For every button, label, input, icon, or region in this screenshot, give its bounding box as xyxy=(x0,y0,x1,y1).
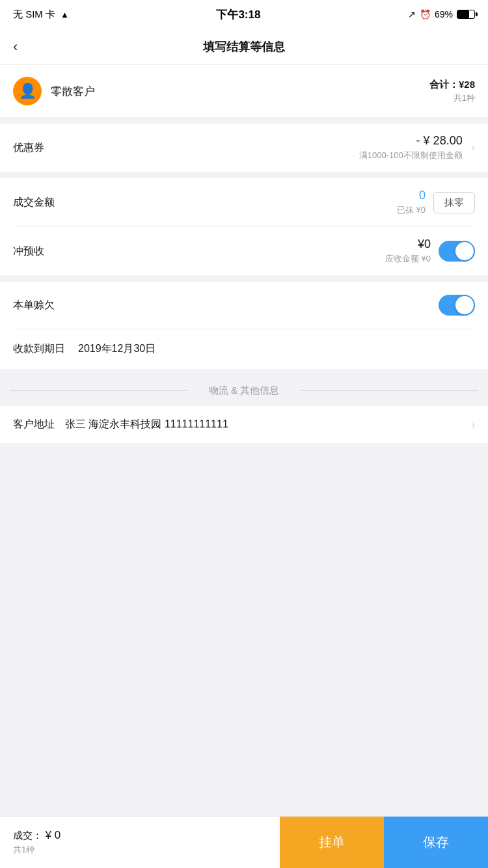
coupon-right: - ¥ 28.00 满1000-100不限制使用金额 › xyxy=(359,134,475,161)
status-left: 无 SIM 卡 ▲ xyxy=(13,8,69,21)
battery-percent: 69% xyxy=(435,9,453,20)
transaction-amount-block: 0 已抹 ¥0 xyxy=(397,189,426,216)
bottom-actions: 挂单 保存 xyxy=(280,817,488,868)
coupon-content: - ¥ 28.00 满1000-100不限制使用金额 xyxy=(359,134,463,161)
logistics-line-left xyxy=(10,390,188,391)
bottom-deal-amount: ¥ 0 xyxy=(45,829,61,841)
customer-row: 👤 零散客户 合计：¥28 共1种 xyxy=(0,65,488,117)
logistics-text: 物流 & 其他信息 xyxy=(209,385,279,397)
prepay-right: ¥0 应收金额 ¥0 xyxy=(385,237,475,265)
transaction-right: 0 已抹 ¥0 抹零 xyxy=(397,189,475,216)
bottom-bar: 成交： ¥ 0 共1种 挂单 保存 xyxy=(0,816,488,868)
toggle-knob xyxy=(455,242,474,260)
alarm-icon: ⏰ xyxy=(420,9,431,20)
time-display: 下午3:18 xyxy=(216,7,260,22)
logistics-header: 物流 & 其他信息 xyxy=(0,375,488,406)
address-label: 客户地址 xyxy=(13,418,65,431)
coupon-row[interactable]: 优惠券 - ¥ 28.00 满1000-100不限制使用金额 › xyxy=(0,124,488,172)
wifi-icon: ▲ xyxy=(61,10,69,20)
customer-left: 👤 零散客户 xyxy=(13,77,95,105)
debt-toggle-knob xyxy=(455,296,474,314)
total-sub: 共1种 xyxy=(429,92,475,104)
back-button[interactable]: ‹ xyxy=(13,38,18,55)
customer-section: 👤 零散客户 合计：¥28 共1种 xyxy=(0,65,488,117)
total-label: 合计：¥28 xyxy=(429,79,475,91)
bottom-deal-label: 成交： xyxy=(13,830,42,841)
location-icon: ↗ xyxy=(408,9,416,20)
save-button[interactable]: 保存 xyxy=(384,817,488,868)
debt-row: 本单赊欠 xyxy=(13,282,475,329)
address-value: 张三 海淀永丰科技园 11111111111 xyxy=(65,418,472,431)
logistics-line-right xyxy=(300,390,478,391)
transaction-section: 成交金额 0 已抹 ¥0 抹零 冲预收 ¥0 应收金额 ¥0 xyxy=(0,178,488,275)
round-button[interactable]: 抹零 xyxy=(433,192,475,213)
customer-name: 零散客户 xyxy=(51,84,95,99)
due-date-value: 2019年12月30日 xyxy=(78,342,156,356)
spacer xyxy=(0,450,488,463)
page-title: 填写结算等信息 xyxy=(203,39,285,55)
prepay-amount-block: ¥0 应收金额 ¥0 xyxy=(385,237,431,265)
address-chevron-icon: › xyxy=(472,419,475,431)
transaction-label: 成交金额 xyxy=(13,196,55,210)
status-right: ↗ ⏰ 69% xyxy=(408,9,475,20)
coupon-sub: 满1000-100不限制使用金额 xyxy=(359,150,463,161)
coupon-section: 优惠券 - ¥ 28.00 满1000-100不限制使用金额 › xyxy=(0,124,488,172)
debt-label: 本单赊欠 xyxy=(13,299,55,312)
bottom-info: 成交： ¥ 0 共1种 xyxy=(0,829,280,856)
chevron-right-icon: › xyxy=(472,142,475,154)
transaction-amount: 0 xyxy=(397,189,426,202)
debt-section: 本单赊欠 收款到期日 2019年12月30日 xyxy=(0,282,488,369)
address-section[interactable]: 客户地址 张三 海淀永丰科技园 11111111111 › xyxy=(0,406,488,443)
nav-bar: ‹ 填写结算等信息 xyxy=(0,29,488,65)
due-date-row: 收款到期日 2019年12月30日 xyxy=(13,329,475,369)
transaction-row: 成交金额 0 已抹 ¥0 抹零 xyxy=(13,178,475,227)
prepay-sub: 应收金额 ¥0 xyxy=(385,253,431,265)
prepay-toggle[interactable] xyxy=(439,241,475,262)
prepay-label: 冲预收 xyxy=(13,245,44,258)
address-row: 客户地址 张三 海淀永丰科技园 11111111111 › xyxy=(13,406,475,443)
customer-right: 合计：¥28 共1种 xyxy=(429,79,475,104)
coupon-amount: - ¥ 28.00 xyxy=(359,134,463,148)
bottom-sub: 共1种 xyxy=(13,844,267,856)
battery-icon xyxy=(457,10,475,19)
hang-button[interactable]: 挂单 xyxy=(280,817,384,868)
avatar-icon: 👤 xyxy=(19,83,36,100)
transaction-sub: 已抹 ¥0 xyxy=(397,204,426,216)
bottom-deal-row: 成交： ¥ 0 xyxy=(13,829,267,842)
prepay-amount: ¥0 xyxy=(385,237,431,251)
due-date-label: 收款到期日 xyxy=(13,342,65,356)
prepay-row: 冲预收 ¥0 应收金额 ¥0 xyxy=(13,227,475,275)
status-bar: 无 SIM 卡 ▲ 下午3:18 ↗ ⏰ 69% xyxy=(0,0,488,29)
coupon-label: 优惠券 xyxy=(13,141,44,155)
content: 👤 零散客户 合计：¥28 共1种 优惠券 - ¥ 28.00 满1000-10… xyxy=(0,65,488,521)
avatar: 👤 xyxy=(13,77,42,105)
debt-toggle[interactable] xyxy=(439,295,475,316)
carrier-text: 无 SIM 卡 xyxy=(13,8,55,21)
